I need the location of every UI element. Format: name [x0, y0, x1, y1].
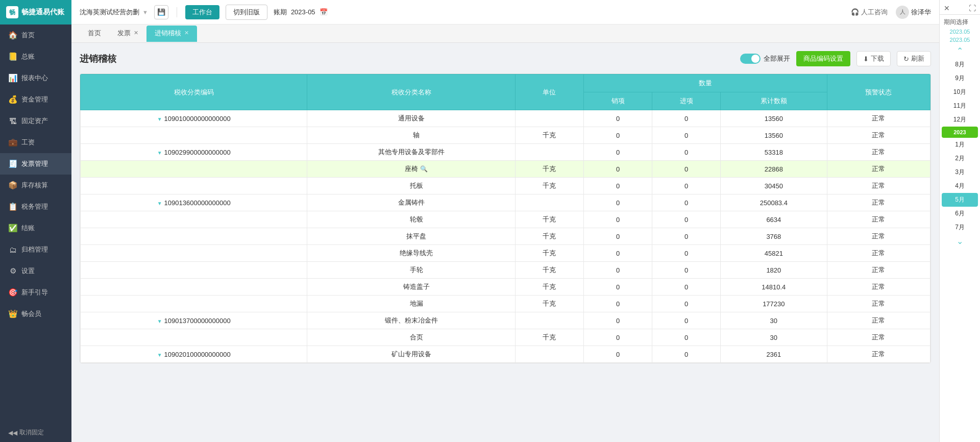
table-cell-unit: 千克 — [515, 228, 583, 245]
table-cell-code — [81, 127, 307, 144]
save-button[interactable]: 💾 — [154, 5, 168, 19]
sidebar-item-assets[interactable]: 🏗 固定资产 — [0, 110, 71, 132]
right-panel-expand-icon[interactable]: ⛶ — [969, 4, 976, 12]
table-cell-code: ▼109013600000000000 — [81, 194, 307, 211]
refresh-button[interactable]: ↻ 刷新 — [897, 51, 931, 66]
tab-home[interactable]: 首页 — [80, 26, 109, 42]
month-item[interactable]: 7月 — [940, 220, 980, 234]
table-cell-name: 抹平盘 — [307, 228, 516, 245]
assets-icon: 🏗 — [8, 117, 17, 126]
table-cell-cumulative: 13560 — [721, 110, 827, 127]
company-selector[interactable]: 沈海英测试经营勿删 ▼ — [80, 8, 148, 17]
table-cell-unit: 千克 — [515, 127, 583, 144]
right-panel-close-icon[interactable]: ✕ — [944, 4, 950, 12]
table-cell-unit — [515, 194, 583, 211]
table-cell-warning: 正常 — [827, 211, 930, 228]
table-cell-code — [81, 228, 307, 245]
month-item[interactable]: 1月 — [940, 138, 980, 152]
download-label: 下载 — [871, 54, 884, 63]
app-logo: 畅 畅捷通易代账 — [0, 0, 71, 24]
sidebar-item-reports[interactable]: 📊 报表中心 — [0, 67, 71, 89]
sidebar-item-funds[interactable]: 💰 资金管理 — [0, 89, 71, 110]
data-table-wrapper: 税收分类编码 税收分类名称 单位 数量 预警状态 销项 进项 累计数额 — [80, 73, 931, 363]
collapse-icon[interactable]: ▼ — [157, 352, 162, 358]
sidebar-item-salary[interactable]: 💼 工资 — [0, 132, 71, 153]
table-cell-sales: 0 — [584, 279, 652, 296]
expand-toggle[interactable]: 全部展开 — [740, 54, 790, 64]
topbar: 沈海英测试经营勿删 ▼ 💾 工作台 切到旧版 账期 2023-05 📅 🎧 人工… — [71, 0, 939, 24]
scroll-down-button[interactable]: ⌄ — [940, 234, 980, 248]
sidebar-item-ledger[interactable]: 📒 总账 — [0, 46, 71, 67]
table-cell-unit: 千克 — [515, 161, 583, 178]
col-header-cumulative: 累计数额 — [721, 92, 827, 110]
sidebar-item-inventory[interactable]: 📦 库存核算 — [0, 175, 71, 196]
table-cell-warning: 正常 — [827, 194, 930, 211]
toggle-track[interactable] — [740, 54, 761, 64]
month-item[interactable]: 6月 — [940, 207, 980, 220]
table-cell-warning: 正常 — [827, 228, 930, 245]
sidebar-item-settlement[interactable]: ✅ 结账 — [0, 217, 71, 239]
workbench-button[interactable]: 工作台 — [185, 5, 219, 19]
table-cell-cumulative: 177230 — [721, 296, 827, 312]
sidebar-item-label: 发票管理 — [21, 159, 48, 168]
company-dropdown-icon[interactable]: ▼ — [142, 9, 148, 15]
user-name: 徐泽华 — [911, 8, 931, 17]
settings-icon: ⚙ — [8, 266, 17, 276]
help-button[interactable]: 🎧 人工咨询 — [851, 8, 888, 17]
download-icon: ⬇ — [863, 55, 869, 63]
period-row2: 2023.05 — [940, 36, 980, 44]
table-cell-warning: 正常 — [827, 296, 930, 312]
sidebar: 畅 畅捷通易代账 🏠 首页 📒 总账 📊 报表中心 💰 资金管理 🏗 固定资产 … — [0, 0, 71, 442]
sidebar-item-label: 库存核算 — [21, 181, 48, 190]
tab-invoices[interactable]: 发票 ✕ — [109, 26, 146, 42]
month-item-active[interactable]: 5月 — [942, 193, 978, 207]
month-item[interactable]: 3月 — [940, 165, 980, 179]
sidebar-item-guide[interactable]: 🎯 新手引导 — [0, 282, 71, 303]
month-item[interactable]: 9月 — [940, 71, 980, 85]
collapse-icon[interactable]: ▼ — [157, 150, 162, 156]
product-code-button[interactable]: 商品编码设置 — [796, 51, 850, 66]
collapse-icon[interactable]: ▼ — [157, 201, 162, 206]
calendar-icon[interactable]: 📅 — [320, 8, 328, 16]
table-cell-purchase: 0 — [652, 329, 721, 346]
sidebar-item-archive[interactable]: 🗂 归档管理 — [0, 239, 71, 260]
month-item[interactable]: 4月 — [940, 179, 980, 193]
month-item[interactable]: 10月 — [940, 85, 980, 99]
sidebar-unpin-button[interactable]: ◀◀ 取消固定 — [0, 423, 71, 442]
table-cell-code — [81, 161, 307, 178]
scroll-up-button[interactable]: ⌃ — [940, 44, 980, 58]
user-menu[interactable]: 人 徐泽华 — [896, 6, 931, 19]
switch-version-button[interactable]: 切到旧版 — [226, 5, 267, 20]
download-button[interactable]: ⬇ 下载 — [856, 51, 891, 66]
refresh-label: 刷新 — [911, 54, 924, 63]
headset-icon: 🎧 — [851, 8, 859, 16]
sidebar-item-member[interactable]: 👑 畅会员 — [0, 303, 71, 325]
month-item[interactable]: 2月 — [940, 152, 980, 165]
month-item[interactable]: 12月 — [940, 113, 980, 127]
sidebar-item-tax[interactable]: 📋 税务管理 — [0, 196, 71, 217]
table-cell-unit: 千克 — [515, 296, 583, 312]
table-cell-purchase: 0 — [652, 144, 721, 161]
unpin-label: 取消固定 — [19, 428, 44, 437]
tab-reconcile-close[interactable]: ✕ — [184, 30, 189, 36]
collapse-icon[interactable]: ▼ — [157, 318, 162, 324]
search-icon[interactable]: 🔍 — [420, 165, 428, 173]
sidebar-item-label: 结账 — [21, 224, 35, 233]
col-header-tax-code: 税收分类编码 — [81, 75, 307, 110]
month-item[interactable]: 8月 — [940, 58, 980, 71]
table-cell-cumulative: 2361 — [721, 346, 827, 363]
table-cell-sales: 0 — [584, 178, 652, 194]
sidebar-item-home[interactable]: 🏠 首页 — [0, 24, 71, 46]
topbar-right: 🎧 人工咨询 人 徐泽华 — [851, 6, 931, 19]
table-cell-cumulative: 14810.4 — [721, 279, 827, 296]
sidebar-item-invoices[interactable]: 🧾 发票管理 — [0, 153, 71, 175]
tab-invoices-close[interactable]: ✕ — [134, 30, 138, 36]
sidebar-item-settings[interactable]: ⚙ 设置 — [0, 260, 71, 282]
table-cell-unit: 千克 — [515, 211, 583, 228]
sidebar-item-label: 首页 — [21, 31, 35, 40]
month-item[interactable]: 11月 — [940, 99, 980, 113]
collapse-icon[interactable]: ▼ — [157, 116, 162, 122]
table-cell-name: 地漏 — [307, 296, 516, 312]
reports-icon: 📊 — [8, 73, 17, 83]
tab-reconcile[interactable]: 进销稽核 ✕ — [146, 26, 197, 42]
